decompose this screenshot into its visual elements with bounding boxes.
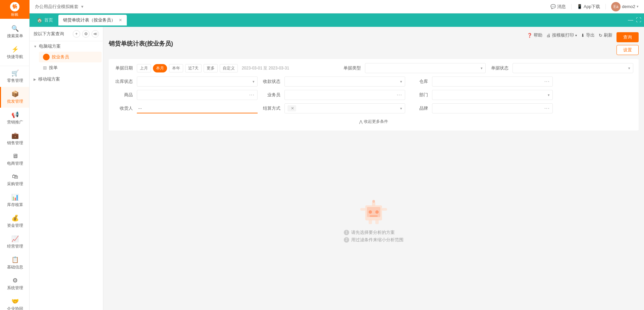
sidebar-item-purchase[interactable]: 🛍 采购管理 [0,170,29,190]
filter-area: 单据日期 上月 本月 本年 近7天 更多 自定义 2023-03-01 至 20… [109,59,639,131]
basic-icon: 📋 [11,256,19,263]
doc-type-select[interactable]: ▾ [365,63,486,73]
salesperson-select[interactable]: ··· [284,90,405,100]
sidebar-item-retail[interactable]: 🛒 零售管理 [0,66,29,87]
settlement-label: 结算方式 [262,105,280,111]
doc-status-dropdown-icon: ▾ [628,66,630,70]
date-btn-more[interactable]: 更多 [204,64,218,72]
message-icon: 💬 [550,4,556,9]
tabbar: 🏠 首页 销货单统计表（按业务员） ✕ — ⛶ [30,13,644,27]
search-icon: 🔍 [11,25,19,32]
goods-label: 商品 [114,92,133,98]
breadcrumb-dropdown[interactable]: ▾ [81,4,84,9]
sidebar-item-basic[interactable]: 📋 基础信息 [0,253,29,273]
settlement-select[interactable]: ✕ ▾ [284,103,405,113]
settlement-clear-btn[interactable]: ✕ [291,106,294,111]
sidebar-item-sales[interactable]: 💼 销售管理 [0,128,29,149]
user-area[interactable]: Ea demo2 ▾ [611,2,639,11]
receiver-dots-icon: ··· [138,106,142,111]
topbar-actions: 💬 消息 📱 App下载 Ea demo2 ▾ [550,2,639,11]
dept-select[interactable]: ▾ [432,90,553,100]
hint1-num: 1 [344,230,349,235]
goods-dots-icon: ··· [249,92,255,98]
tree-desktop[interactable]: ▼ 电脑端方案 [30,41,103,51]
collapse-bar[interactable]: ⋀ 收起更多条件 [114,117,633,126]
sidebar-item-finance[interactable]: 💰 资金管理 [0,211,29,232]
brand-select[interactable]: ··· [432,103,553,113]
refresh-icon: ↻ [599,33,602,38]
receipt-status-select[interactable]: ▾ [284,76,405,87]
message-btn[interactable]: 💬 消息 [550,4,566,10]
sidebar-item-operations[interactable]: 📈 经营管理 [0,232,29,253]
tree-item-by-salesperson[interactable]: 按业务员 [39,52,102,62]
tree-mobile[interactable]: ▶ 移动端方案 [30,74,103,84]
help-btn[interactable]: ❓ 帮助 [527,32,542,38]
filter-row-3: 商品 ··· 业务员 ··· 部门 ▾ [114,90,633,100]
empty-hints: 1 请先选择要分析的方案 2 用过滤条件来缩小分析范围 [344,228,404,244]
settings-scheme-btn[interactable]: ⚙ [82,30,90,38]
template-print-btn[interactable]: 🖨 按模板打印 ▾ [546,32,577,38]
date-btn-custom[interactable]: 自定义 [220,64,238,72]
filter-row-2: 出库状态 ▾ 收款状态 ▾ 仓库 ··· [114,76,633,87]
date-btn-this-month[interactable]: 本月 [153,64,167,72]
sidebar-item-search[interactable]: 🔍 搜索菜单 [5,21,24,42]
tabbar-actions: — ⛶ [628,17,641,23]
export-icon: ⬇ [581,33,585,38]
sales-icon: 💼 [11,132,19,139]
salesperson-label: 业务员 [262,92,280,98]
sidebar-item-quick[interactable]: ⚡ 快捷导航 [5,42,24,63]
tree-label-mobile: 移动端方案 [38,76,60,82]
add-scheme-btn[interactable]: + [73,30,80,38]
setting-button[interactable]: 设置 [616,45,639,55]
sidebar-nav: 🛒 零售管理 📦 批发管理 📢 营销推广 💼 销售管理 🖥 电商管理 🛍 采购管… [0,66,29,310]
topbar: 办公用品行业模拟账套 ▾ 💬 消息 📱 App下载 Ea demo2 ▾ [30,0,644,13]
tree-item-by-order[interactable]: ⊞ 按单 [39,63,102,73]
date-btn-last-month[interactable]: 上月 [137,64,151,72]
out-status-select[interactable]: ▾ [137,76,258,87]
sidebar-item-system[interactable]: ⚙ 系统管理 [0,273,29,294]
wholesale-icon: 📦 [11,90,19,98]
help-icon: ❓ [527,33,532,38]
tab-close-btn[interactable]: ✕ [119,18,122,22]
finance-icon: 💰 [11,214,19,222]
sidebar-item-marketing[interactable]: 📢 营销推广 [0,108,29,128]
goods-select[interactable]: ··· [137,90,258,100]
left-panel-actions: + ⚙ ≪ [73,30,99,38]
tab-minimize-btn[interactable]: — [628,17,633,23]
warehouse-select[interactable]: ··· [432,76,553,87]
tab-maximize-btn[interactable]: ⛶ [636,17,641,23]
sidebar-item-ecommerce[interactable]: 🖥 电商管理 [0,149,29,170]
svg-rect-4 [370,215,378,217]
date-btn-last7[interactable]: 近7天 [185,64,202,72]
settlement-dropdown-icon: ▾ [400,106,402,111]
sidebar-item-inventory[interactable]: 📊 库存核算 [0,190,29,211]
tab-home[interactable]: 🏠 首页 [32,15,58,25]
warehouse-label: 仓库 [409,79,428,85]
receiver-input[interactable]: ··· [137,103,258,113]
sidebar: 畅 标账 🔍 搜索菜单 ⚡ 快捷导航 🛒 零售管理 📦 批发管理 📢 营销推广 … [0,0,30,310]
svg-rect-10 [375,219,379,224]
sidebar-item-collab[interactable]: 🤝 企业协同 [0,294,29,310]
filter-row-4: 收货人 ··· 结算方式 ✕ ▾ 品牌 · [114,103,633,113]
content-area: 按以下方案查询 + ⚙ ≪ ▼ 电脑端方案 按业务员 ⊞ 按单 [30,27,644,310]
settlement-tag: ✕ [287,105,296,111]
export-btn[interactable]: ⬇ 导出 [581,32,595,38]
main-area: 办公用品行业模拟账套 ▾ 💬 消息 📱 App下载 Ea demo2 ▾ 🏠 [30,0,644,310]
refresh-btn[interactable]: ↻ 刷新 [599,32,612,38]
tree-desktop-children: 按业务员 ⊞ 按单 [30,52,103,73]
collapse-panel-btn[interactable]: ≪ [92,30,99,38]
hint2-text: 用过滤条件来缩小分析范围 [351,237,404,243]
sidebar-item-wholesale[interactable]: 📦 批发管理 [0,87,29,108]
app-download-btn[interactable]: 📱 App下载 [577,4,600,10]
query-button[interactable]: 查询 [616,32,639,42]
app-logo[interactable]: 畅 标账 [0,0,30,19]
tree-arrow-mobile: ▶ [34,78,36,81]
tab-sales-stat[interactable]: 销货单统计表（按业务员） ✕ [58,15,127,25]
salesperson-dot [43,54,50,60]
system-icon: ⚙ [12,277,18,284]
filter-row-1: 单据日期 上月 本月 本年 近7天 更多 自定义 2023-03-01 至 20… [114,63,633,73]
date-btn-this-year[interactable]: 本年 [169,64,183,72]
doc-status-select[interactable]: ▾ [513,63,633,73]
ecommerce-icon: 🖥 [12,153,18,160]
sidebar-item-search-label: 搜索菜单 [7,33,23,39]
